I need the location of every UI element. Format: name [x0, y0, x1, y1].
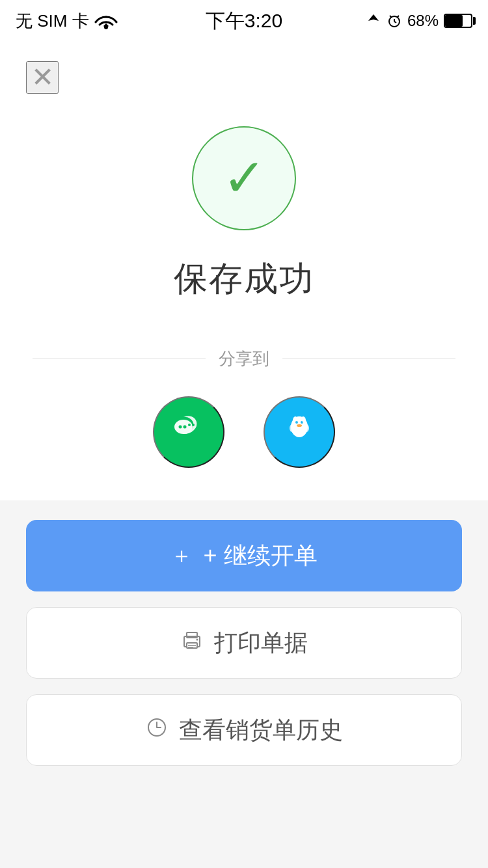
svg-point-0 [104, 25, 108, 29]
svg-point-18 [297, 421, 298, 422]
svg-point-10 [192, 424, 195, 426]
history-label: 查看销货单历史 [179, 714, 343, 746]
divider-line-left [33, 359, 206, 359]
continue-button[interactable]: ＋ + 继续开单 [26, 520, 462, 591]
svg-point-8 [183, 425, 187, 428]
close-icon: ✕ [31, 64, 54, 91]
history-button[interactable]: 查看销货单历史 [26, 694, 462, 766]
status-bar: 无 SIM 卡 下午3:20 68% [0, 0, 488, 42]
location-icon [366, 13, 381, 29]
history-icon [145, 716, 169, 744]
share-divider: 分享到 [0, 328, 488, 390]
svg-point-21 [290, 424, 295, 432]
print-label: 打印单据 [214, 627, 308, 659]
svg-point-7 [179, 425, 182, 428]
svg-point-22 [304, 424, 309, 432]
battery-percent: 68% [407, 12, 439, 30]
main-content: ✕ ✓ 保存成功 分享到 [0, 42, 488, 500]
close-button[interactable]: ✕ [26, 61, 59, 94]
svg-point-20 [297, 424, 302, 427]
print-button[interactable]: 打印单据 [26, 607, 462, 679]
wechat-share-button[interactable] [153, 396, 224, 468]
status-left: 无 SIM 卡 [16, 10, 118, 33]
qq-icon [280, 409, 319, 456]
print-icon [180, 629, 204, 657]
checkmark-icon: ✓ [223, 152, 266, 204]
svg-point-19 [302, 421, 303, 422]
wifi-icon [94, 12, 118, 30]
svg-line-3 [394, 21, 396, 23]
status-right: 68% [366, 12, 472, 30]
wechat-icon [169, 409, 208, 456]
alarm-icon [386, 13, 402, 29]
status-time: 下午3:20 [206, 8, 282, 34]
svg-line-5 [397, 16, 399, 18]
share-icons [0, 390, 488, 500]
battery-icon [444, 14, 472, 28]
success-section: ✓ 保存成功 [0, 107, 488, 328]
svg-point-28 [197, 639, 198, 641]
success-circle: ✓ [192, 126, 296, 230]
sim-text: 无 SIM 卡 [16, 10, 89, 33]
close-row: ✕ [0, 42, 488, 107]
continue-label: + 继续开单 [203, 540, 317, 572]
success-title: 保存成功 [174, 256, 314, 302]
buttons-section: ＋ + 继续开单 打印单据 查看销货单历史 [0, 500, 488, 785]
svg-point-9 [188, 424, 191, 426]
svg-line-4 [390, 16, 392, 18]
divider-line-right [282, 359, 455, 359]
qq-share-button[interactable] [264, 396, 335, 468]
plus-icon: ＋ [170, 541, 193, 571]
share-label: 分享到 [219, 347, 269, 370]
